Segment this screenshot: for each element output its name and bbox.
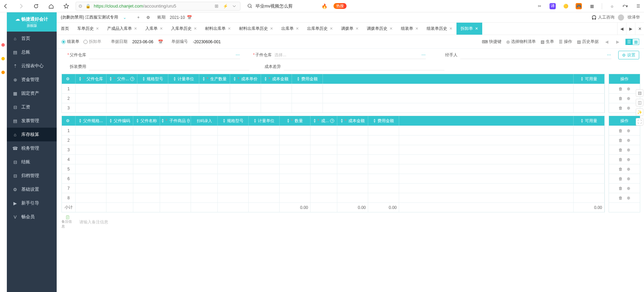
tab-入库单[interactable]: 入库单✕: [141, 23, 167, 35]
cell[interactable]: [191, 136, 218, 145]
sort-icon[interactable]: ▲▼: [253, 118, 257, 123]
sidebar-item-guide[interactable]: ▶新手引导: [7, 196, 57, 210]
col-header[interactable]: ▲▼父件规格...: [76, 116, 106, 126]
apps-icon[interactable]: ▦: [589, 3, 595, 9]
cell[interactable]: [133, 145, 160, 154]
cell[interactable]: [310, 193, 337, 202]
sidebar-item-fund[interactable]: ⊕资金管理: [7, 73, 57, 86]
gear-icon[interactable]: ⚙: [66, 118, 70, 123]
hot-label[interactable]: 热搜: [334, 3, 347, 9]
cell[interactable]: [76, 145, 106, 154]
cell[interactable]: [76, 136, 106, 145]
add-icon[interactable]: ＋: [135, 14, 142, 21]
tab-调拨单历史[interactable]: 调拨单历史✕: [363, 23, 397, 35]
add-row-icon[interactable]: ⊕: [627, 106, 630, 110]
cell[interactable]: [323, 94, 574, 103]
delete-icon[interactable]: 🗑: [619, 86, 623, 91]
cell[interactable]: [106, 164, 133, 174]
cell[interactable]: [337, 136, 368, 145]
col-header[interactable]: ▲▼可用量: [574, 116, 605, 126]
reload-icon[interactable]: [33, 3, 39, 9]
cell[interactable]: [292, 94, 323, 103]
cell[interactable]: 1: [62, 84, 76, 93]
sidebar-item-asset[interactable]: ▦固定资产: [7, 86, 57, 100]
col-header[interactable]: ▲▼*成...?: [310, 116, 337, 126]
cell[interactable]: [249, 136, 280, 145]
cell[interactable]: [106, 136, 133, 145]
close-icon[interactable]: ✕: [270, 26, 273, 31]
period-value[interactable]: 2021-10: [170, 15, 185, 20]
material-link[interactable]: ◎选择物料清单: [506, 39, 536, 45]
cell[interactable]: [368, 193, 399, 202]
col-header[interactable]: ▲▼计量单位: [168, 74, 199, 84]
sort-icon[interactable]: ▲▼: [580, 77, 584, 81]
table-row[interactable]: 3: [62, 145, 605, 154]
sort-icon[interactable]: ▲▼: [297, 77, 300, 81]
table-row[interactable]: 2: [62, 93, 605, 103]
handler-input[interactable]: ⋯: [460, 51, 611, 59]
search-box[interactable]: 毕业mv视频怎么剪: [247, 2, 315, 11]
makedoc-link[interactable]: ▧生单: [541, 39, 554, 45]
cell[interactable]: [337, 126, 368, 135]
sun-icon[interactable]: ☼: [609, 3, 615, 9]
cell[interactable]: [574, 184, 605, 193]
col-header[interactable]: ▲▼*成本金额: [337, 116, 368, 126]
cell[interactable]: [106, 94, 137, 103]
rt-list-icon[interactable]: ▤: [636, 89, 643, 97]
cell[interactable]: [323, 84, 574, 93]
more-icon[interactable]: ⋯: [236, 52, 240, 57]
cell[interactable]: [249, 126, 280, 135]
cell[interactable]: [133, 155, 160, 164]
cell[interactable]: [106, 145, 133, 154]
cell[interactable]: [337, 164, 368, 174]
remark-input[interactable]: 请输入备注信息: [79, 219, 639, 225]
col-header[interactable]: ▲▼*子件商品?: [160, 116, 191, 126]
wallet-icon[interactable]: 🟡: [563, 3, 569, 9]
cell[interactable]: [199, 103, 230, 113]
cell[interactable]: 8: [62, 193, 76, 202]
cell[interactable]: [310, 164, 337, 174]
add-row-icon[interactable]: ⊕: [627, 176, 630, 181]
radio-assemble[interactable]: 组装单: [61, 39, 79, 45]
back-icon[interactable]: [3, 3, 9, 9]
sort-icon[interactable]: ▲▼: [142, 77, 145, 81]
cell[interactable]: [261, 84, 292, 93]
dock-dot-2[interactable]: [1, 57, 5, 60]
col-header[interactable]: ⚙: [62, 74, 76, 84]
rt-expand-icon[interactable]: ⛶: [636, 118, 643, 126]
cell[interactable]: [368, 126, 399, 135]
cell[interactable]: [76, 184, 106, 193]
sidebar-item-ledger[interactable]: ▤总账: [7, 45, 57, 59]
cell[interactable]: [310, 126, 337, 135]
cell[interactable]: [399, 126, 574, 135]
cell[interactable]: [292, 103, 323, 113]
cell[interactable]: [133, 136, 160, 145]
cell[interactable]: [368, 174, 399, 183]
close-icon[interactable]: ✕: [330, 26, 333, 31]
cell[interactable]: [261, 103, 292, 113]
cell[interactable]: 3: [62, 103, 76, 113]
cell[interactable]: [218, 184, 249, 193]
cell[interactable]: [199, 84, 230, 93]
cell[interactable]: [160, 184, 191, 193]
radio-disassemble[interactable]: 拆卸单: [83, 39, 101, 45]
calendar-icon[interactable]: 📅: [187, 15, 192, 20]
next-doc-icon[interactable]: ▶: [614, 39, 621, 45]
col-header[interactable]: ▲▼规格型号: [218, 116, 249, 126]
tab-材料出库单[interactable]: 材料出库单✕: [201, 23, 235, 35]
cell[interactable]: [249, 155, 280, 164]
col-header[interactable]: ▲▼费用金额: [368, 116, 399, 126]
cell[interactable]: [160, 164, 191, 174]
cell[interactable]: [106, 126, 133, 135]
cell[interactable]: [133, 164, 160, 174]
cell[interactable]: 7: [62, 184, 76, 193]
cell[interactable]: [292, 84, 323, 93]
table-row[interactable]: 7: [62, 183, 605, 193]
close-icon[interactable]: ✕: [389, 26, 393, 31]
cell[interactable]: [574, 164, 605, 174]
cell[interactable]: [574, 174, 605, 183]
cell[interactable]: [76, 155, 106, 164]
cell[interactable]: [249, 184, 280, 193]
sidebar-item-archive[interactable]: ⊟归档管理: [7, 169, 57, 183]
add-row-icon[interactable]: ⊕: [627, 157, 630, 162]
